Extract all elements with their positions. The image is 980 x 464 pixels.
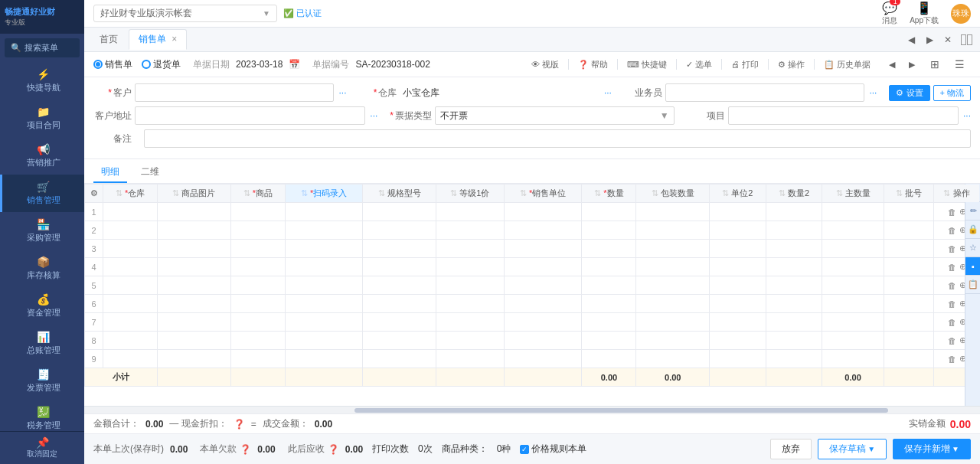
row-unit2[interactable] (710, 350, 766, 368)
row-spec[interactable] (363, 313, 436, 332)
delete-icon[interactable]: 🗑 (948, 318, 956, 327)
row-qty2[interactable] (766, 313, 822, 332)
row-product[interactable] (230, 313, 285, 332)
row-warehouse[interactable] (103, 240, 158, 258)
salesperson-ellipsis[interactable]: ··· (869, 87, 877, 98)
tab-sales[interactable]: 销售单 × (129, 29, 187, 50)
row-unit2[interactable] (710, 313, 766, 332)
row-batch[interactable] (884, 276, 933, 295)
row-batch[interactable] (884, 332, 933, 350)
row-spec[interactable] (363, 203, 436, 221)
toolbar-view-btn[interactable]: 👁 视版 (525, 57, 565, 72)
chevron-down-icon[interactable]: ▼ (952, 445, 959, 453)
th-settings[interactable]: ⚙ (85, 185, 103, 203)
sub-tab-two-dim[interactable]: 二维 (133, 162, 167, 183)
toolbar-history-btn[interactable]: 📋 历史单据 (818, 57, 877, 72)
row-product-img[interactable] (158, 313, 231, 332)
app-download-btn[interactable]: 📱 App下载 (910, 1, 939, 26)
row-spec[interactable] (363, 240, 436, 258)
row-warehouse[interactable] (103, 203, 158, 221)
toolbar-list-btn[interactable]: ☰ (949, 57, 971, 72)
row-batch[interactable] (884, 203, 933, 221)
help-icon-debt[interactable]: ❓ (240, 444, 251, 455)
customer-input[interactable] (135, 83, 334, 102)
toolbar-grid-btn[interactable]: ⊞ (924, 57, 946, 72)
user-avatar[interactable]: 珠珠 (951, 4, 971, 24)
row-scan[interactable] (285, 221, 363, 240)
row-scan[interactable] (285, 258, 363, 276)
row-main-qty[interactable] (822, 203, 884, 221)
row-pack-qty[interactable] (636, 332, 710, 350)
row-qty2[interactable] (766, 295, 822, 313)
row-pack-qty[interactable] (636, 295, 710, 313)
row-qty2[interactable] (766, 276, 822, 295)
row-main-qty[interactable] (822, 313, 884, 332)
row-product-img[interactable] (158, 350, 231, 368)
radio-sales[interactable]: 销售单 (93, 58, 132, 71)
toolbar-shortcut-btn[interactable]: ⌨ 快捷键 (621, 57, 673, 72)
row-product[interactable] (230, 221, 285, 240)
row-product[interactable] (230, 350, 285, 368)
row-spec[interactable] (363, 295, 436, 313)
row-qty[interactable] (582, 221, 636, 240)
tab-prev-btn[interactable]: ◀ (903, 32, 919, 47)
row-scan[interactable] (285, 295, 363, 313)
row-main-qty[interactable] (822, 332, 884, 350)
delete-icon[interactable]: 🗑 (948, 281, 956, 290)
company-selector[interactable]: 好业财专业版演示帐套 ▼ (93, 5, 277, 22)
row-unit[interactable] (504, 203, 582, 221)
row-qty[interactable] (582, 295, 636, 313)
row-qty[interactable] (582, 313, 636, 332)
row-qty2[interactable] (766, 332, 822, 350)
sub-tab-detail[interactable]: 明细 (93, 162, 127, 183)
row-price[interactable] (436, 313, 504, 332)
row-product[interactable] (230, 258, 285, 276)
row-pack-qty[interactable] (636, 313, 710, 332)
row-warehouse[interactable] (103, 313, 158, 332)
row-warehouse[interactable] (103, 350, 158, 368)
price-check-checkbox[interactable]: ✓ (520, 445, 529, 454)
row-price[interactable] (436, 203, 504, 221)
save-draft-btn[interactable]: 保存草稿 ▼ (818, 439, 887, 459)
row-unit[interactable] (504, 350, 582, 368)
row-price[interactable] (436, 258, 504, 276)
row-unit2[interactable] (710, 332, 766, 350)
horizontal-scrollbar[interactable] (84, 406, 980, 413)
row-batch[interactable] (884, 295, 933, 313)
toolbar-help-btn[interactable]: ❓ 帮助 (572, 57, 614, 72)
help-icon[interactable]: ❓ (234, 419, 245, 430)
delete-icon[interactable]: 🗑 (948, 336, 956, 345)
address-input[interactable] (135, 106, 365, 125)
row-product[interactable] (230, 332, 285, 350)
invoice-type-select[interactable]: 不开票 ▼ (435, 106, 675, 125)
project-input[interactable] (728, 106, 959, 125)
delete-icon[interactable]: 🗑 (948, 207, 956, 217)
row-unit[interactable] (504, 295, 582, 313)
tab-home[interactable]: 首页 (90, 30, 127, 49)
row-product-img[interactable] (158, 221, 231, 240)
row-warehouse[interactable] (103, 332, 158, 350)
right-float-btn-5[interactable]: ▪ (965, 257, 980, 276)
delete-icon[interactable]: 🗑 (948, 299, 956, 309)
sidebar-item-accounting[interactable]: 📊 总账管理 (0, 325, 84, 362)
row-product-img[interactable] (158, 332, 231, 350)
row-qty2[interactable] (766, 240, 822, 258)
row-qty2[interactable] (766, 258, 822, 276)
row-product[interactable] (230, 276, 285, 295)
row-price[interactable] (436, 221, 504, 240)
row-main-qty[interactable] (822, 240, 884, 258)
row-main-qty[interactable] (822, 221, 884, 240)
row-scan[interactable] (285, 276, 363, 295)
row-unit[interactable] (504, 240, 582, 258)
row-batch[interactable] (884, 313, 933, 332)
tab-grid-btn[interactable] (959, 32, 974, 47)
row-scan[interactable] (285, 240, 363, 258)
row-price[interactable] (436, 332, 504, 350)
row-main-qty[interactable] (822, 350, 884, 368)
toolbar-ops-btn[interactable]: ⚙ 操作 (772, 57, 811, 72)
right-float-btn-3[interactable]: 🔒 (965, 221, 980, 239)
salesperson-input[interactable] (665, 83, 864, 102)
row-warehouse[interactable] (103, 221, 158, 240)
tab-next-btn[interactable]: ▶ (922, 32, 937, 47)
row-unit2[interactable] (710, 221, 766, 240)
